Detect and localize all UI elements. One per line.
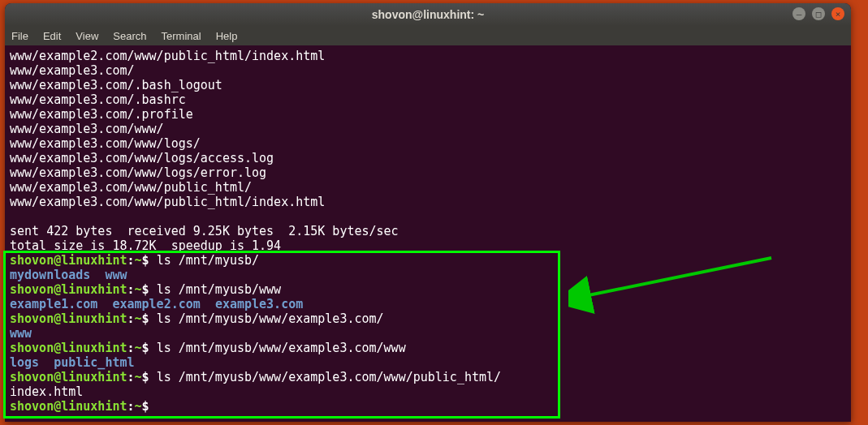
command-text: ls /mnt/myusb/ [157,253,259,268]
output-line: index.html [10,384,846,399]
output-line: example1.com example2.com example3.com [10,297,846,311]
dir-name: www [105,268,127,282]
output-line: www/example3.com/www/public_html/index.h… [10,195,846,209]
output-line: www/example3.com/.profile [10,107,846,122]
command-text [149,253,157,268]
titlebar: shovon@linuxhint: ~ – □ × [5,3,851,26]
prompt-path: ~ [135,253,142,268]
command-text: ls /mnt/myusb/www/example3.com/www [157,341,406,355]
prompt-line: shovon@linuxhint:~$ [10,399,846,414]
prompt-sym: $ [142,253,149,268]
window-controls: – □ × [792,7,844,20]
menu-help[interactable]: Help [216,30,238,42]
output-line: www/example3.com/www/logs/error.log [10,165,846,180]
close-button[interactable]: × [831,7,844,20]
dir-name: mydownloads [10,268,90,282]
command-text: ls /mnt/myusb/www/example3.com/www/publi… [157,370,501,384]
summary-line: total size is 18.72K speedup is 1.94 [10,238,846,253]
dir-name: example1.com [10,297,97,311]
dir-name: public_html [54,355,134,370]
output-line: www [10,326,846,341]
menubar: File Edit View Search Terminal Help [5,26,851,45]
minimize-button[interactable]: – [792,7,805,20]
output-line: www/example2.com/www/public_html/index.h… [10,49,846,63]
prompt-line: shovon@linuxhint:~$ ls /mnt/myusb/www/ex… [10,311,846,326]
menu-search[interactable]: Search [113,30,146,42]
file-name: index.html [10,384,83,399]
output-line: www/example3.com/.bash_logout [10,78,846,92]
command-text: ls /mnt/myusb/www/example3.com/ [157,311,384,326]
output-line: www/example3.com/www/logs/access.log [10,151,846,165]
output-line: www/example3.com/www/public_html/ [10,180,846,195]
dir-name: example2.com [112,297,200,311]
prompt-line: shovon@linuxhint:~$ ls /mnt/myusb/www [10,282,846,297]
command-text: ls /mnt/myusb/www [157,282,282,297]
dir-name: logs [10,355,39,370]
terminal-body[interactable]: www/example2.com/www/public_html/index.h… [5,45,851,417]
menu-edit[interactable]: Edit [43,30,61,42]
prompt-line: shovon@linuxhint:~$ ls /mnt/myusb/www/ex… [10,370,846,384]
output-line: www/example3.com/.bashrc [10,92,846,107]
terminal-window: shovon@linuxhint: ~ – □ × File Edit View… [5,3,851,422]
dir-name: www [10,326,32,341]
prompt-sep: : [127,253,135,268]
output-line: www/example3.com/www/logs/ [10,136,846,151]
prompt-line: shovon@linuxhint:~$ ls /mnt/myusb/www/ex… [10,341,846,355]
menu-terminal[interactable]: Terminal [162,30,201,42]
menu-file[interactable]: File [11,30,28,42]
prompt-user: shovon@linuxhint [10,253,127,268]
summary-line: sent 422 bytes received 9.25K bytes 2.15… [10,224,846,238]
output-line: www/example3.com/www/ [10,122,846,136]
output-line: logs public_html [10,355,846,370]
dir-name: example3.com [215,297,303,311]
blank-line [10,209,846,224]
prompt-line: shovon@linuxhint:~$ ls /mnt/myusb/ [10,253,846,268]
menu-view[interactable]: View [76,30,98,42]
window-title: shovon@linuxhint: ~ [372,8,484,21]
maximize-button[interactable]: □ [812,7,825,20]
output-line: www/example3.com/ [10,63,846,78]
output-line: mydownloads www [10,268,846,282]
